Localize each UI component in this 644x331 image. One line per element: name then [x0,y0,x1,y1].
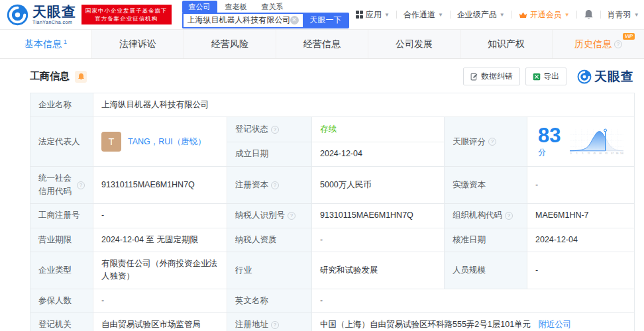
field-value-business-term: 2024-12-04 至 无固定期限 [93,228,227,252]
field-label-reg-number: 工商注册号 [30,204,93,228]
tab-intellectual-property[interactable]: 知识产权 [460,30,552,58]
field-label-insured-count: 参保人数 [30,289,93,312]
vip-badge: VIP [623,33,635,40]
top-menu: 应用 ▼ 合作通道 ▼ 企业级产品 ▼ 开通会员 ▼ [349,9,644,21]
field-value-staff-size: - [527,252,635,289]
field-label-paid-capital: 实缴资本 [445,167,527,204]
svg-text:15: 15 [587,153,590,156]
field-label-industry: 行业 [227,252,312,289]
subscribe-bell-icon[interactable] [75,71,87,83]
field-label-score: 天眼评分? [445,117,527,167]
chevron-down-icon: ▼ [634,12,639,18]
field-value-company-type: 有限责任公司（外商投资企业法人独资） [93,252,227,289]
field-value-english-name: - [312,289,635,312]
field-value-org-code: MAE6M1HN-7 [527,204,635,228]
field-value-taxpayer-quality: - [312,228,445,252]
table-row: 参保人数 - 英文名称 - [30,289,635,312]
svg-text:5: 5 [582,153,583,156]
table-row: 企业类型 有限责任公司（外商投资企业法人独资） 行业 研究和试验发展 人员规模 … [30,252,635,289]
svg-text:81: 81 [605,153,608,156]
business-info-section-head: 工商信息 数据纠错 导出 天眼查 [0,59,644,91]
field-value-company-name: 上海纵目机器人科技有限公司 [93,93,635,117]
export-button[interactable]: 导出 [525,68,566,85]
score-distribution-chart[interactable]: 0 1 5 15 45 60 81 97 99 100 [570,124,623,160]
svg-text:60: 60 [599,153,602,156]
help-icon[interactable]: ? [271,126,279,134]
tianyancha-logo[interactable]: 天眼查 TianYanCha.com [7,4,76,26]
field-label-staff-size: 人员规模 [445,252,527,289]
field-value-insured-count: - [93,289,227,312]
score-value: 83 [538,124,561,147]
field-label-company-name: 企业名称 [30,93,93,117]
avatar[interactable]: T [101,132,121,152]
field-value-legal-rep: T TANG，RUI（唐锐） [93,117,227,167]
tab-company-development[interactable]: 公司发展 [368,30,460,58]
menu-item-apps[interactable]: 应用 ▼ [349,9,396,21]
menu-item-vip[interactable]: 开通会员 ▼ [512,9,576,21]
user-menu[interactable]: 肖青羽 ▼ [601,9,644,21]
official-credit-badge: 国家中小企业发展子基金旗下 官方备案企业征信机构 [81,5,172,25]
help-icon[interactable]: ? [488,138,496,146]
svg-text:0: 0 [570,153,571,156]
tab-history-info[interactable]: VIP 历史信息 ? [552,30,644,58]
field-value-reg-address: 中国（上海）自由贸易试验区环科路555弄2号1层101单元 附近公司 [312,313,635,331]
eye-logo-icon [7,4,28,26]
table-row: 登记机关 自由贸易试验区市场监管局 注册地址? 中国（上海）自由贸易试验区环科路… [30,313,635,331]
data-correction-button[interactable]: 数据纠错 [463,68,520,85]
watermark-logo: 天眼查 [577,68,634,85]
status-badge: 存续 [320,124,337,134]
help-icon[interactable]: ? [505,212,513,220]
field-value-reg-status: 存续 [312,117,445,142]
clear-search-icon[interactable]: ✕ [290,16,299,24]
field-value-industry: 研究和试验发展 [312,252,445,289]
notification-bell-icon[interactable] [577,9,600,20]
svg-text:45: 45 [593,153,596,156]
help-icon[interactable]: ? [288,212,295,220]
field-value-credit-code: 91310115MAE6M1HN7Q [93,167,227,204]
export-excel-icon [533,73,541,81]
tab-legal-litigation[interactable]: 法律诉讼 [91,30,184,58]
logo-subtitle: TianYanCha.com [32,20,76,24]
search-tab-relation[interactable]: 查关系 [255,1,290,13]
help-icon[interactable]: ? [614,40,622,48]
table-row: 工商注册号 - 纳税人识别号? 91310115MAE6M1HN7Q 组织机构代… [30,204,635,228]
field-label-taxpayer-id: 纳税人识别号? [227,204,312,228]
field-label-reg-status: 登记状态? [227,117,312,142]
field-label-english-name: 英文名称 [227,289,312,312]
table-row: 法定代表人 T TANG，RUI（唐锐） 登记状态? 存续 天眼评分? 83分 [30,117,635,142]
help-icon[interactable]: ? [271,181,279,189]
tab-operational-risk[interactable]: 经营风险 [184,30,276,58]
field-label-reg-address: 注册地址? [227,313,312,331]
business-info-table: 企业名称 上海纵目机器人科技有限公司 法定代表人 T TANG，RUI（唐锐） … [30,93,635,331]
username: 肖青羽 [608,9,631,21]
legal-rep-link[interactable]: TANG，RUI（唐锐） [128,136,206,148]
chevron-down-icon: ▼ [384,12,390,18]
search-tab-boss[interactable]: 查老板 [219,1,254,13]
field-value-reg-authority: 自由贸易试验区市场监管局 [93,313,227,331]
tab-basic-info[interactable]: 基本信息 1 [0,30,91,58]
menu-item-enterprise[interactable]: 企业级产品 ▼ [451,9,511,21]
search-area: 查公司 查老板 查关系 ✕ 天眼一下 [182,1,349,28]
svg-text:99: 99 [616,153,618,156]
field-label-business-term: 营业期限 [30,228,93,252]
field-label-company-type: 企业类型 [30,252,93,289]
nearby-companies-link[interactable]: 附近公司 [539,320,572,329]
table-row: 企业名称 上海纵目机器人科技有限公司 [30,93,635,117]
search-button[interactable]: 天眼一下 [303,13,349,28]
field-value-score: 83分 [527,117,635,167]
search-input[interactable] [188,16,290,25]
field-value-taxpayer-id: 91310115MAE6M1HN7Q [312,204,445,228]
search-tab-company[interactable]: 查公司 [182,1,217,13]
help-icon[interactable]: ? [77,181,85,189]
menu-item-cooperation[interactable]: 合作通道 ▼ [397,9,450,21]
score-link[interactable]: 83分 [538,125,563,160]
field-value-reg-number: - [93,204,227,228]
tab-count-badge: 1 [64,38,67,45]
help-icon[interactable]: ? [271,321,279,329]
tab-business-info[interactable]: 经营信息 [276,30,368,58]
svg-text:100: 100 [620,153,623,156]
chevron-down-icon: ▼ [500,12,505,18]
chart-x-ticks: 0 1 5 15 45 60 81 97 99 100 [570,153,623,156]
field-label-credit-code: 统一社会信用代码? [30,167,93,204]
chevron-down-icon: ▼ [438,12,443,18]
